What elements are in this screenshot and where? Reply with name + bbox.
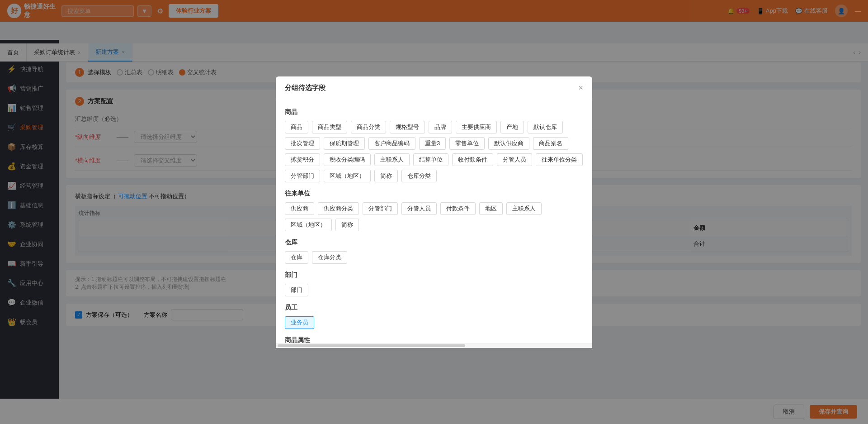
field-tag-goods[interactable]: 商品 (285, 121, 308, 133)
field-group-employee: 业务员 (285, 316, 583, 329)
field-tag-spec-model[interactable]: 规格型号 (390, 121, 425, 133)
field-tag-customer-goods-code[interactable]: 客户商品编码 (368, 137, 415, 150)
section-title-warehouse: 仓库 (285, 238, 583, 247)
field-tag-salesperson[interactable]: 业务员 (285, 316, 314, 329)
field-tag-supplier[interactable]: 供应商 (285, 202, 314, 215)
field-tag-warehouse-category[interactable]: 仓库分类 (401, 170, 437, 182)
field-tag-partner-dept[interactable]: 分管部门 (363, 202, 398, 215)
field-tag-pick-score[interactable]: 拣货积分 (285, 153, 320, 166)
field-tag-short-name[interactable]: 简称 (374, 170, 398, 182)
section-title-employee: 员工 (285, 304, 583, 312)
field-tag-dept[interactable]: 分管部门 (285, 170, 320, 182)
section-title-department: 部门 (285, 271, 583, 279)
field-tag-origin[interactable]: 产地 (500, 121, 524, 133)
field-tag-region[interactable]: 区域（地区） (324, 170, 371, 182)
field-tag-supplier-category[interactable]: 供应商分类 (318, 202, 359, 215)
section-title-goods: 商品 (285, 108, 583, 116)
modal-overlay: 分组待选字段 × 商品 商品 商品类型 商品分类 规格型号 品牌 主要供应商 产… (0, 0, 868, 424)
field-tag-settlement-unit[interactable]: 结算单位 (413, 153, 448, 166)
field-tag-brand[interactable]: 品牌 (429, 121, 452, 133)
section-title-goods-attr: 商品属性 (285, 336, 583, 343)
field-tag-goods-alias[interactable]: 商品别名 (533, 137, 568, 150)
field-tag-supervisor[interactable]: 分管人员 (497, 153, 532, 166)
modal-title: 分组待选字段 (285, 84, 326, 92)
field-tag-main-supplier[interactable]: 主要供应商 (456, 121, 497, 133)
field-tag-payment-terms[interactable]: 收付款条件 (452, 153, 493, 166)
field-tag-batch-mgmt[interactable]: 批次管理 (285, 137, 320, 150)
field-group-goods: 商品 商品类型 商品分类 规格型号 品牌 主要供应商 产地 默认仓库 批次管理 … (285, 121, 583, 182)
field-tag-weight3[interactable]: 重量3 (419, 137, 446, 150)
field-group-partner: 供应商 供应商分类 分管部门 分管人员 付款条件 地区 主联系人 区域（地区） … (285, 202, 583, 231)
field-tag-default-warehouse[interactable]: 默认仓库 (528, 121, 563, 133)
section-title-partner: 往来单位 (285, 190, 583, 198)
field-tag-expiry-mgmt[interactable]: 保质期管理 (324, 137, 365, 150)
field-tag-partner-region[interactable]: 区域（地区） (285, 219, 332, 231)
field-tag-tax-code[interactable]: 税收分类编码 (324, 153, 371, 166)
field-tag-retail-unit[interactable]: 零售单位 (449, 137, 485, 150)
modal-hscroll-bar (278, 344, 465, 347)
field-tag-partner-supervisor[interactable]: 分管人员 (401, 202, 437, 215)
field-group-warehouse: 仓库 仓库分类 (285, 251, 583, 264)
modal-header: 分组待选字段 × (276, 76, 592, 98)
field-tag-area[interactable]: 地区 (479, 202, 503, 215)
field-tag-warehouse-cat[interactable]: 仓库分类 (312, 251, 347, 264)
modal-body: 商品 商品 商品类型 商品分类 规格型号 品牌 主要供应商 产地 默认仓库 批次… (276, 98, 592, 343)
field-group-department: 部门 (285, 284, 583, 296)
field-tag-partner-short-name[interactable]: 简称 (335, 219, 359, 231)
field-tag-warehouse[interactable]: 仓库 (285, 251, 308, 264)
field-tag-main-contact[interactable]: 主联系人 (374, 153, 410, 166)
field-tag-partner-category[interactable]: 往来单位分类 (536, 153, 583, 166)
modal-hscroll (276, 343, 592, 348)
field-tag-department[interactable]: 部门 (285, 284, 308, 296)
field-tag-goods-type[interactable]: 商品类型 (312, 121, 347, 133)
field-tag-partner-main-contact[interactable]: 主联系人 (506, 202, 542, 215)
modal-close-btn[interactable]: × (578, 84, 583, 92)
field-tag-payment-cond[interactable]: 付款条件 (440, 202, 476, 215)
field-tag-default-supplier[interactable]: 默认供应商 (488, 137, 529, 150)
field-tag-goods-category[interactable]: 商品分类 (351, 121, 386, 133)
modal-box: 分组待选字段 × 商品 商品 商品类型 商品分类 规格型号 品牌 主要供应商 产… (276, 76, 592, 348)
